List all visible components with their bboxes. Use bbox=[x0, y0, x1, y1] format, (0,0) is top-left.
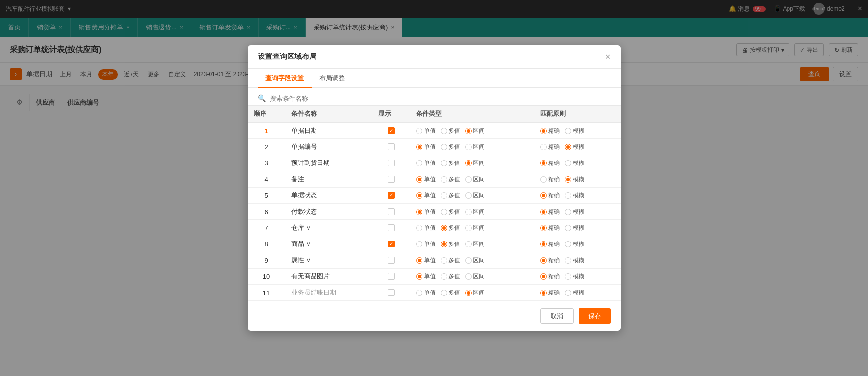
row-match-11: 精确模糊 bbox=[534, 285, 621, 301]
cancel-button[interactable]: 取消 bbox=[540, 308, 574, 324]
table-row: 1单据日期单值多值区间精确模糊 bbox=[248, 123, 621, 139]
row-match-7: 精确模糊 bbox=[534, 220, 621, 236]
row-display-11[interactable] bbox=[372, 285, 410, 301]
type-radio-11-区间[interactable]: 区间 bbox=[465, 289, 485, 297]
row-display-6[interactable] bbox=[372, 204, 410, 220]
type-radio-5-单值[interactable]: 单值 bbox=[416, 191, 436, 200]
type-radio-9-单值[interactable]: 单值 bbox=[416, 256, 436, 265]
row-display-10[interactable] bbox=[372, 269, 410, 285]
type-radio-7-区间[interactable]: 区间 bbox=[465, 224, 485, 232]
type-radio-8-多值[interactable]: 多值 bbox=[441, 240, 460, 248]
row-display-9[interactable] bbox=[372, 252, 410, 269]
type-radio-11-多值[interactable]: 多值 bbox=[441, 289, 460, 297]
radio-circle bbox=[465, 160, 472, 166]
type-radio-4-单值[interactable]: 单值 bbox=[416, 175, 436, 184]
match-radio-11-精确[interactable]: 精确 bbox=[540, 289, 560, 297]
type-radio-6-多值[interactable]: 多值 bbox=[441, 208, 460, 216]
type-radio-10-多值[interactable]: 多值 bbox=[441, 272, 460, 281]
display-checkbox-8[interactable] bbox=[388, 241, 395, 247]
match-radio-9-精确[interactable]: 精确 bbox=[540, 256, 560, 265]
match-radio-5-模糊[interactable]: 模糊 bbox=[565, 191, 584, 200]
type-radio-5-区间[interactable]: 区间 bbox=[465, 191, 485, 200]
modal-close-button[interactable]: × bbox=[605, 53, 611, 61]
type-radio-3-区间[interactable]: 区间 bbox=[465, 159, 485, 167]
type-radio-5-多值[interactable]: 多值 bbox=[441, 191, 460, 200]
type-radio-3-单值[interactable]: 单值 bbox=[416, 159, 436, 167]
row-type-4: 单值多值区间 bbox=[410, 171, 534, 188]
match-radio-8-精确[interactable]: 精确 bbox=[540, 240, 560, 248]
display-checkbox-1[interactable] bbox=[388, 127, 395, 134]
type-radio-2-多值[interactable]: 多值 bbox=[441, 143, 460, 151]
type-radio-9-区间[interactable]: 区间 bbox=[465, 256, 485, 265]
display-checkbox-2[interactable] bbox=[388, 143, 395, 150]
match-radio-4-精确[interactable]: 精确 bbox=[540, 175, 560, 184]
row-display-3[interactable] bbox=[372, 155, 410, 171]
radio-circle bbox=[565, 273, 571, 280]
type-radio-8-区间[interactable]: 区间 bbox=[465, 240, 485, 248]
row-display-5[interactable] bbox=[372, 188, 410, 204]
match-radio-5-精确[interactable]: 精确 bbox=[540, 191, 560, 200]
row-display-2[interactable] bbox=[372, 139, 410, 155]
match-radio-7-模糊[interactable]: 模糊 bbox=[565, 224, 584, 232]
type-radio-10-单值[interactable]: 单值 bbox=[416, 272, 436, 281]
match-radio-4-模糊[interactable]: 模糊 bbox=[565, 175, 584, 184]
display-checkbox-5[interactable] bbox=[388, 192, 395, 199]
radio-circle bbox=[465, 225, 472, 231]
row-order-10: 10 bbox=[248, 269, 286, 285]
modal-tab-query-fields[interactable]: 查询字段设置 bbox=[258, 69, 312, 88]
type-radio-1-多值[interactable]: 多值 bbox=[441, 127, 460, 135]
match-radio-11-模糊[interactable]: 模糊 bbox=[565, 289, 584, 297]
radio-circle bbox=[416, 225, 422, 231]
display-checkbox-4[interactable] bbox=[388, 176, 395, 183]
save-button[interactable]: 保存 bbox=[579, 308, 611, 324]
match-radio-6-精确[interactable]: 精确 bbox=[540, 208, 560, 216]
match-radio-10-精确[interactable]: 精确 bbox=[540, 272, 560, 281]
match-radio-2-精确[interactable]: 精确 bbox=[540, 143, 560, 151]
type-radio-7-多值[interactable]: 多值 bbox=[441, 224, 460, 232]
match-radio-10-模糊[interactable]: 模糊 bbox=[565, 272, 584, 281]
display-checkbox-10[interactable] bbox=[388, 273, 395, 280]
match-radio-6-模糊[interactable]: 模糊 bbox=[565, 208, 584, 216]
type-radio-2-区间[interactable]: 区间 bbox=[465, 143, 485, 151]
modal-search-bar: 🔍 bbox=[248, 88, 621, 106]
search-input[interactable] bbox=[270, 95, 611, 102]
type-radio-1-单值[interactable]: 单值 bbox=[416, 127, 436, 135]
display-checkbox-3[interactable] bbox=[388, 160, 395, 166]
type-radio-4-多值[interactable]: 多值 bbox=[441, 175, 460, 184]
type-radio-4-区间[interactable]: 区间 bbox=[465, 175, 485, 184]
row-display-8[interactable] bbox=[372, 236, 410, 252]
type-radio-9-多值[interactable]: 多值 bbox=[441, 256, 460, 265]
radio-circle bbox=[441, 128, 447, 134]
type-radio-11-单值[interactable]: 单值 bbox=[416, 289, 436, 297]
radio-circle bbox=[441, 290, 447, 296]
display-checkbox-6[interactable] bbox=[388, 208, 395, 215]
modal-tab-layout-adjust[interactable]: 布局调整 bbox=[312, 69, 353, 88]
match-radio-9-模糊[interactable]: 模糊 bbox=[565, 256, 584, 265]
display-checkbox-7[interactable] bbox=[388, 224, 395, 231]
type-radio-7-单值[interactable]: 单值 bbox=[416, 224, 436, 232]
row-display-1[interactable] bbox=[372, 123, 410, 139]
match-radio-3-精确[interactable]: 精确 bbox=[540, 159, 560, 167]
display-checkbox-9[interactable] bbox=[388, 257, 395, 264]
match-radio-7-精确[interactable]: 精确 bbox=[540, 224, 560, 232]
match-radio-1-模糊[interactable]: 模糊 bbox=[565, 127, 584, 135]
display-checkbox-11[interactable] bbox=[388, 289, 395, 296]
row-match-3: 精确模糊 bbox=[534, 155, 621, 171]
modal-dialog: 设置查询区域布局 × 查询字段设置 布局调整 🔍 顺序 条件名 bbox=[248, 45, 621, 331]
type-radio-6-单值[interactable]: 单值 bbox=[416, 208, 436, 216]
match-radio-3-模糊[interactable]: 模糊 bbox=[565, 159, 584, 167]
radio-circle bbox=[441, 273, 447, 280]
type-radio-8-单值[interactable]: 单值 bbox=[416, 240, 436, 248]
match-radio-1-精确[interactable]: 精确 bbox=[540, 127, 560, 135]
type-radio-2-单值[interactable]: 单值 bbox=[416, 143, 436, 151]
type-radio-1-区间[interactable]: 区间 bbox=[465, 127, 485, 135]
match-radio-2-模糊[interactable]: 模糊 bbox=[565, 143, 584, 151]
type-radio-10-区间[interactable]: 区间 bbox=[465, 272, 485, 281]
row-name-2: 单据编号 bbox=[286, 139, 372, 155]
type-radio-6-区间[interactable]: 区间 bbox=[465, 208, 485, 216]
row-name-7: 仓库 ∨ bbox=[286, 220, 372, 236]
row-display-4[interactable] bbox=[372, 171, 410, 188]
type-radio-3-多值[interactable]: 多值 bbox=[441, 159, 460, 167]
match-radio-8-模糊[interactable]: 模糊 bbox=[565, 240, 584, 248]
row-display-7[interactable] bbox=[372, 220, 410, 236]
